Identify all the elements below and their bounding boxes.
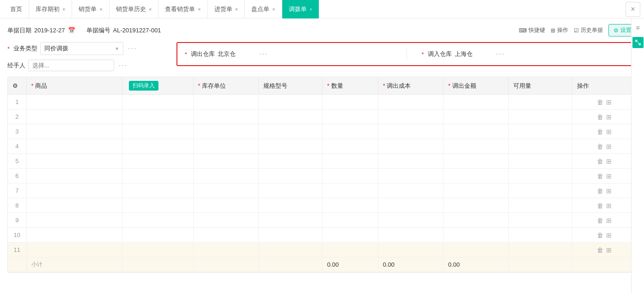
row-index: 1 [8, 95, 26, 110]
copy-icon[interactable]: ⊞ [606, 98, 612, 106]
copy-icon[interactable]: ⊞ [606, 158, 612, 165]
subtotal-label: 小计 [31, 261, 43, 268]
tab-transfer[interactable]: 调拨单 × [282, 0, 319, 18]
delete-icon[interactable]: 🗑 [597, 128, 603, 135]
sidebar-list-icon[interactable]: ≡ [632, 22, 644, 33]
copy-icon[interactable]: ⊞ [606, 217, 612, 224]
copy-icon[interactable]: ⊞ [606, 232, 612, 239]
dropdown-arrow-icon: ▼ [115, 46, 119, 51]
table-row-11: 11 🗑 ⊞ [8, 243, 636, 257]
delete-icon[interactable]: 🗑 [597, 172, 603, 180]
number-label: 单据编号 [86, 26, 110, 35]
window-close-button[interactable]: × [626, 2, 640, 17]
number-value: AL-20191227-001 [113, 27, 161, 34]
data-table: ⚙ * 商品 扫码录入 * 库存单位 规格型号 [8, 77, 636, 272]
tab-purchase-close[interactable]: × [235, 6, 238, 12]
row-cost[interactable] [378, 95, 443, 110]
copy-icon[interactable]: ⊞ [606, 128, 612, 135]
delete-icon[interactable]: 🗑 [597, 246, 603, 254]
delete-icon[interactable]: 🗑 [597, 187, 603, 195]
transfer-in-more-btn[interactable]: ··· [496, 50, 505, 58]
th-settings[interactable]: ⚙ [8, 77, 26, 95]
required-star-out: * [185, 51, 187, 58]
tab-inventory[interactable]: 盘点单 × [245, 0, 282, 18]
person-group: 经手人 ··· [7, 60, 169, 71]
tab-transfer-close[interactable]: × [310, 6, 312, 12]
person-more-btn[interactable]: ··· [119, 61, 128, 70]
delete-icon[interactable]: 🗑 [597, 217, 603, 224]
delete-icon[interactable]: 🗑 [597, 113, 603, 121]
shortcuts-label: 快捷键 [529, 26, 545, 34]
business-type-more-btn[interactable]: ··· [128, 44, 137, 53]
th-scan: 扫码录入 [122, 77, 193, 95]
delete-icon[interactable]: 🗑 [597, 143, 603, 150]
tab-stock-init-close[interactable]: × [62, 6, 65, 12]
tab-stock-init[interactable]: 库存期初 × [29, 0, 72, 18]
tab-view-sales-close[interactable]: × [198, 6, 200, 12]
person-input[interactable] [28, 60, 114, 71]
shortcuts-icon: ⌨ [519, 27, 527, 34]
sidebar-expand-icon[interactable] [632, 37, 644, 48]
person-label: 经手人 [7, 61, 25, 70]
date-value: 2019-12-27 [34, 27, 65, 34]
transfer-in-value: 上海仓 [455, 50, 492, 58]
business-type-input[interactable]: 同价调拨 ▼ [40, 42, 123, 55]
copy-icon[interactable]: ⊞ [606, 187, 612, 195]
table-row: 8 🗑 ⊞ [8, 198, 636, 213]
row-spec[interactable] [258, 95, 322, 110]
tab-inventory-label: 盘点单 [251, 5, 269, 13]
copy-icon[interactable]: ⊞ [606, 246, 612, 254]
table-header-row: ⚙ * 商品 扫码录入 * 库存单位 规格型号 [8, 77, 636, 95]
delete-icon[interactable]: 🗑 [597, 98, 603, 106]
header-actions: ⌨ 快捷键 ⊞ 操作 ☑ 历史单据 ⚙ 设置 [519, 24, 637, 37]
row-product[interactable] [26, 95, 122, 110]
th-unit: * 库存单位 [193, 77, 258, 95]
row-amount[interactable] [443, 95, 508, 110]
date-label: 单据日期 [7, 26, 31, 35]
row-qty[interactable] [322, 95, 378, 110]
history-label: 历史单据 [581, 26, 603, 34]
business-type-value: 同价调拨 [44, 44, 113, 53]
business-type-group: * 业务类型 同价调拨 ▼ ··· [7, 42, 169, 55]
operations-button[interactable]: ⊞ 操作 [551, 26, 568, 34]
copy-icon[interactable]: ⊞ [606, 143, 612, 150]
copy-icon[interactable]: ⊞ [606, 113, 612, 121]
delete-icon[interactable]: 🗑 [597, 158, 603, 165]
delete-icon[interactable]: 🗑 [597, 232, 603, 239]
subtotal-qty: 0.00 [322, 257, 378, 272]
tab-sales-order-close[interactable]: × [99, 6, 102, 12]
th-avail: 可用量 [509, 77, 572, 95]
tab-home-label: 首页 [10, 5, 22, 13]
transfer-out-group: * 调出仓库 北京仓 ··· [185, 50, 392, 58]
row-unit[interactable] [193, 95, 258, 110]
transfer-out-value: 北京仓 [218, 50, 255, 58]
table-row: 10 🗑 ⊞ [8, 228, 636, 243]
data-table-container: ⚙ * 商品 扫码录入 * 库存单位 规格型号 [7, 77, 637, 273]
header-row: 单据日期 2019-12-27 📅 单据编号 AL-20191227-001 ⌨… [7, 24, 637, 37]
tab-home[interactable]: 首页 [4, 0, 29, 18]
transfer-out-more-btn[interactable]: ··· [259, 50, 268, 58]
table-row: 6 🗑 ⊞ [8, 169, 636, 183]
subtotal-amount: 0.00 [443, 257, 508, 272]
copy-icon[interactable]: ⊞ [606, 202, 612, 209]
tab-sales-order-label: 销货单 [79, 5, 97, 13]
tab-sales-order[interactable]: 销货单 × [72, 0, 109, 18]
settings-label: 设置 [620, 26, 632, 34]
tab-view-sales[interactable]: 查看销货单 × [158, 0, 207, 18]
calendar-icon[interactable]: 📅 [68, 27, 75, 34]
copy-icon[interactable]: ⊞ [606, 172, 612, 180]
tab-inventory-close[interactable]: × [272, 6, 275, 12]
form-left: * 业务类型 同价调拨 ▼ ··· 经手人 ··· [7, 42, 169, 71]
tab-purchase[interactable]: 进货单 × [208, 0, 245, 18]
date-field: 单据日期 2019-12-27 📅 [7, 26, 75, 35]
scan-button[interactable]: 扫码录入 [129, 81, 158, 91]
tab-sales-history-close[interactable]: × [149, 6, 152, 12]
table-row: 5 🗑 ⊞ [8, 154, 636, 169]
th-qty: * 数量 [322, 77, 378, 95]
history-button[interactable]: ☑ 历史单据 [574, 26, 603, 34]
tab-sales-history[interactable]: 销货单历史 × [109, 0, 158, 18]
table-row: 9 🗑 ⊞ [8, 213, 636, 228]
shortcuts-button[interactable]: ⌨ 快捷键 [519, 26, 545, 34]
subtotal-row: 小计 0.00 0.00 0.00 [8, 257, 636, 272]
delete-icon[interactable]: 🗑 [597, 202, 603, 209]
